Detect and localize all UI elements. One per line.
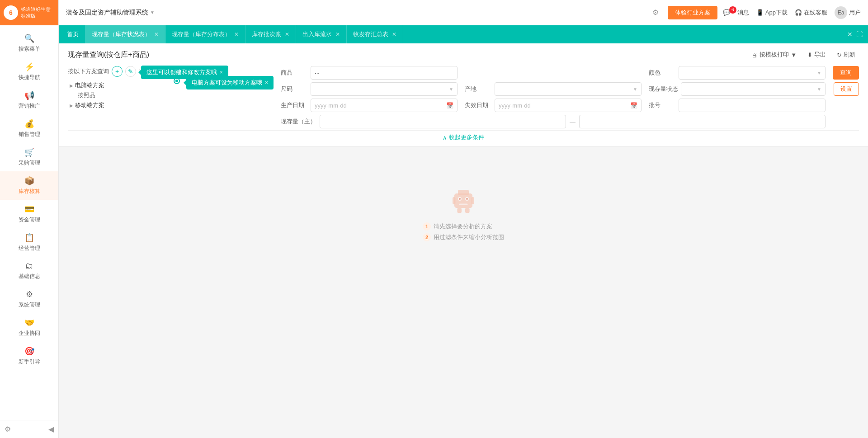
sidebar-item-sales[interactable]: 💰 销售管理 xyxy=(0,114,58,143)
inv-status-select[interactable]: ▼ xyxy=(681,82,826,96)
topbar-settings-icon[interactable]: ⚙ xyxy=(652,8,659,17)
app-selector-arrow: ▼ xyxy=(150,10,155,15)
qty-max-input[interactable] xyxy=(579,115,826,128)
user-area[interactable]: Ea 用户 xyxy=(835,6,861,19)
tabbar-right: ✕ ⛶ xyxy=(847,31,866,38)
sidebar-item-purchase[interactable]: 🛒 采购管理 xyxy=(0,143,58,171)
app-download-btn[interactable]: 📱 App下载 xyxy=(756,9,788,17)
sidebar-item-operations[interactable]: 📋 经营管理 xyxy=(0,228,58,257)
tab-batch-account[interactable]: 库存批次账 ✕ xyxy=(245,25,296,43)
tab-in-out-flow[interactable]: 出入库流水 ✕ xyxy=(296,25,347,43)
mobile-scheme-label[interactable]: 移动端方案 xyxy=(75,101,104,109)
app-name-area: 装备及固定资产辅助管理系统 ▼ xyxy=(66,9,647,17)
query-buttons: 查询 设置 xyxy=(833,66,859,96)
expand-btn[interactable]: ⛶ xyxy=(856,31,863,38)
sidebar-item-quick-nav[interactable]: ⚡ 快捷导航 xyxy=(0,57,58,86)
tab-inventory-dist-close[interactable]: ✕ xyxy=(234,31,239,38)
desktop-scheme-subitem[interactable]: 按照品 xyxy=(78,90,167,100)
settings-bottom-icon[interactable]: ⚙ xyxy=(5,425,11,433)
message-btn[interactable]: 💬 6 消息 xyxy=(723,9,749,17)
origin-select[interactable]: ▼ xyxy=(495,82,642,96)
print-arrow: ▼ xyxy=(791,52,797,58)
filter-product: 商品 ··· xyxy=(281,66,458,80)
sidebar-item-basic[interactable]: 🗂 基础信息 xyxy=(0,257,58,285)
empty-state: 1 请先选择要分析的方案 2 用过滤条件来缩小分析范围 xyxy=(59,146,868,278)
search-icon: 🔍 xyxy=(24,33,34,43)
purchase-icon: 🛒 xyxy=(24,147,34,157)
size-select[interactable]: ▼ xyxy=(311,82,458,96)
desktop-scheme-group: ▶ 电脑端方案 xyxy=(70,80,167,90)
sidebar-item-enterprise[interactable]: 🤝 企业协同 xyxy=(0,313,58,342)
tab-collect-summary[interactable]: 收发存汇总表 ✕ xyxy=(347,25,403,43)
sidebar-bottom: ⚙ ◀ xyxy=(0,420,58,438)
product-select[interactable]: ··· xyxy=(311,66,458,80)
app-selector[interactable]: 装备及固定资产辅助管理系统 ▼ xyxy=(66,9,155,17)
sidebar-item-search[interactable]: 🔍 搜索菜单 xyxy=(0,29,58,57)
tabbar: 首页 现存量（库存状况表） ✕ 现存量（库存分布表） ✕ 库存批次账 ✕ 出入库… xyxy=(59,25,868,43)
filter-panel: 现存量查询(按仓库+商品) 🖨 按模板打印 ▼ ⬇ 导出 ↻ 刷新 xyxy=(59,43,868,146)
operations-icon: 📋 xyxy=(24,233,34,243)
sidebar-item-inventory[interactable]: 📦 库存核算 xyxy=(0,171,58,200)
filter-inv-status: 现存量状态 ▼ xyxy=(649,82,826,96)
collapse-sidebar-btn[interactable]: ◀ xyxy=(48,425,54,433)
product-dots: ··· xyxy=(315,70,320,76)
desktop-expand-icon[interactable]: ▶ xyxy=(70,83,73,88)
add-scheme-btn[interactable]: + xyxy=(112,66,123,77)
sidebar-item-system[interactable]: ⚙ 系统管理 xyxy=(0,285,58,313)
export-btn[interactable]: ⬇ 导出 xyxy=(804,49,830,61)
export-icon: ⬇ xyxy=(807,52,812,58)
filter-batch: 批号 xyxy=(649,99,826,112)
tab-collect-summary-close[interactable]: ✕ xyxy=(392,31,396,38)
calendar-icon-prod: 📅 xyxy=(446,102,453,109)
tab-in-out-flow-close[interactable]: ✕ xyxy=(335,31,340,38)
desktop-scheme-label[interactable]: 电脑端方案 xyxy=(75,81,104,89)
message-label: 消息 xyxy=(737,9,749,17)
enterprise-icon: 🤝 xyxy=(24,318,34,328)
tab-inventory-status-close[interactable]: ✕ xyxy=(154,31,159,38)
qty-min-input[interactable] xyxy=(320,115,566,128)
tab-home[interactable]: 首页 xyxy=(61,25,85,43)
tab-inventory-status[interactable]: 现存量（库存状况表） ✕ xyxy=(85,25,165,43)
exp-date-input[interactable]: yyyy-mm-dd 📅 xyxy=(495,99,642,112)
size-label: 尺码 xyxy=(281,85,308,93)
trial-btn[interactable]: 体验行业方案 xyxy=(668,6,717,19)
sidebar-item-finance[interactable]: 💳 资金管理 xyxy=(0,200,58,228)
batch-input[interactable] xyxy=(679,99,826,112)
mobile-expand-icon[interactable]: ▶ xyxy=(70,103,73,108)
color-select[interactable]: ▼ xyxy=(679,66,826,80)
sidebar-item-marketing[interactable]: 📢 营销推广 xyxy=(0,86,58,114)
color-label: 颜色 xyxy=(649,69,676,77)
query-btn[interactable]: 查询 xyxy=(833,66,859,80)
svg-rect-10 xyxy=(465,208,470,213)
filter-row-2: 尺码 ▼ 产地 ▼ xyxy=(281,82,826,96)
reset-btn[interactable]: 设置 xyxy=(834,82,859,96)
edit-scheme-btn[interactable]: ✎ 这里可以创建和修改方案哦 × xyxy=(125,66,136,77)
tab-batch-account-close[interactable]: ✕ xyxy=(285,31,289,38)
sidebar-item-guide[interactable]: 🎯 新手引导 xyxy=(0,342,58,370)
scheme-tooltip-close[interactable]: × xyxy=(265,80,268,86)
filter-row-1: 商品 ··· 颜色 ▼ xyxy=(281,66,826,80)
tab-inventory-status-label: 现存量（库存状况表） xyxy=(92,30,151,38)
svg-rect-7 xyxy=(453,197,455,204)
step1-num: 1 xyxy=(423,222,431,231)
close-all-tabs-btn[interactable]: ✕ xyxy=(847,31,853,38)
color-arrow: ▼ xyxy=(817,71,821,75)
origin-arrow: ▼ xyxy=(633,87,637,92)
prod-date-input[interactable]: yyyy-mm-dd 📅 xyxy=(311,99,458,112)
filter-row-4: 现存量（主） — xyxy=(281,115,826,128)
page-title: 现存量查询(按仓库+商品) xyxy=(68,50,149,60)
print-btn[interactable]: 🖨 按模板打印 ▼ xyxy=(748,49,800,61)
svg-rect-8 xyxy=(472,197,474,204)
filter-expiry-date: 失效日期 yyyy-mm-dd 📅 xyxy=(465,99,642,112)
edit-tooltip-close[interactable]: × xyxy=(220,69,223,75)
refresh-btn[interactable]: ↻ 刷新 xyxy=(833,49,859,61)
tab-in-out-flow-label: 出入库流水 xyxy=(302,30,332,38)
empty-step2: 2 用过滤条件来缩小分析范围 xyxy=(423,233,504,241)
exp-date-label: 失效日期 xyxy=(465,101,492,109)
collapse-btn[interactable]: ∧ 收起更多条件 xyxy=(68,130,859,144)
inv-status-arrow: ▼ xyxy=(817,87,821,92)
online-support-btn[interactable]: 🎧 在线客服 xyxy=(795,9,827,17)
qty-separator: — xyxy=(570,118,576,125)
svg-point-5 xyxy=(466,198,468,200)
tab-inventory-dist[interactable]: 现存量（库存分布表） ✕ xyxy=(165,25,245,43)
